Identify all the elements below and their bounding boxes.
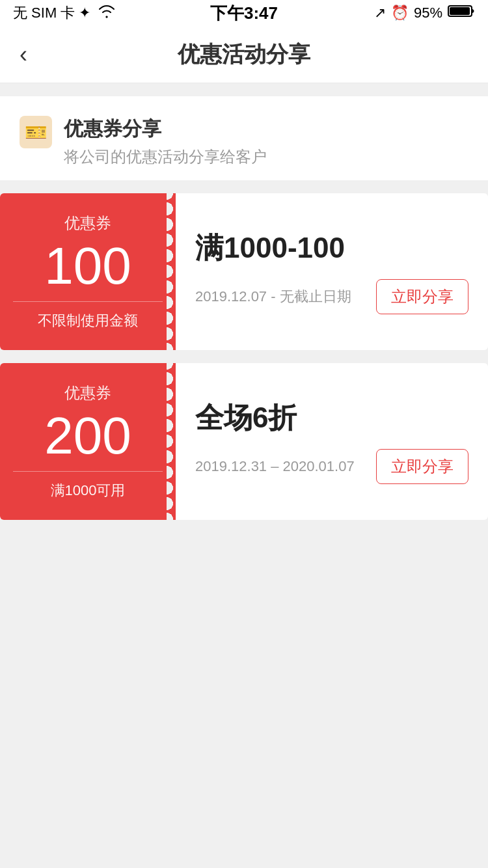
coupon-name-2: 全场6折 <box>195 399 468 437</box>
section-subtitle: 将公司的优惠活动分享给客户 <box>64 146 267 167</box>
coupon-divider-1 <box>13 301 163 302</box>
battery-icon <box>448 4 475 22</box>
coupon-right-1: 满1000-100 2019.12.07 - 无截止日期 立即分享 <box>176 193 488 350</box>
coupon-card-2: 优惠券 200 满1000可用 全场6折 2019.12.31 – 2020.0… <box>0 363 488 520</box>
coupon-right-2: 全场6折 2019.12.31 – 2020.01.07 立即分享 <box>176 363 488 520</box>
section-title: 优惠券分享 <box>64 116 267 142</box>
section-header: 🎫 优惠券分享 将公司的优惠活动分享给客户 <box>0 96 488 180</box>
coupon-name-1: 满1000-100 <box>195 229 468 267</box>
wifi-icon <box>97 4 116 22</box>
coupon-label-1: 优惠券 <box>64 213 111 234</box>
location-icon: ↗ <box>374 5 386 21</box>
status-bar: 无 SIM 卡 ✦ 下午3:47 ↗ ⏰ 95% <box>0 0 488 26</box>
coupon-condition-1: 不限制使用金额 <box>38 311 138 331</box>
coupon-condition-2: 满1000可用 <box>51 481 126 500</box>
coupon-card-1: 优惠券 100 不限制使用金额 满1000-100 2019.12.07 - 无… <box>0 193 488 350</box>
coupon-meta-1: 2019.12.07 - 无截止日期 立即分享 <box>195 279 468 314</box>
nav-bar: ‹ 优惠活动分享 <box>0 26 488 83</box>
coupon-divider-2 <box>13 471 163 472</box>
coupon-label-2: 优惠券 <box>64 383 111 403</box>
svg-rect-1 <box>450 7 470 15</box>
page-title: 优惠活动分享 <box>178 40 310 70</box>
section-icon: 🎫 <box>20 116 52 148</box>
coupon-amount-2: 200 <box>44 410 131 462</box>
share-button-2[interactable]: 立即分享 <box>376 449 468 484</box>
sim-label: 无 SIM 卡 ✦ <box>13 3 90 23</box>
coupon-amount-1: 100 <box>44 240 131 292</box>
coupon-meta-2: 2019.12.31 – 2020.01.07 立即分享 <box>195 449 468 484</box>
status-left: 无 SIM 卡 ✦ <box>13 3 116 23</box>
coupon-left-2: 优惠券 200 满1000可用 <box>0 363 176 520</box>
alarm-icon: ⏰ <box>391 5 409 21</box>
status-time: 下午3:47 <box>210 2 278 25</box>
coupon-date-1: 2019.12.07 - 无截止日期 <box>195 287 351 306</box>
battery-percent: 95% <box>414 5 442 21</box>
coupon-left-1: 优惠券 100 不限制使用金额 <box>0 193 176 350</box>
status-right: ↗ ⏰ 95% <box>374 4 475 22</box>
coupon-date-2: 2019.12.31 – 2020.01.07 <box>195 458 355 475</box>
back-button[interactable]: ‹ <box>20 41 27 68</box>
coupons-list: 优惠券 100 不限制使用金额 满1000-100 2019.12.07 - 无… <box>0 193 488 533</box>
section-text: 优惠券分享 将公司的优惠活动分享给客户 <box>64 116 267 167</box>
share-button-1[interactable]: 立即分享 <box>376 279 468 314</box>
